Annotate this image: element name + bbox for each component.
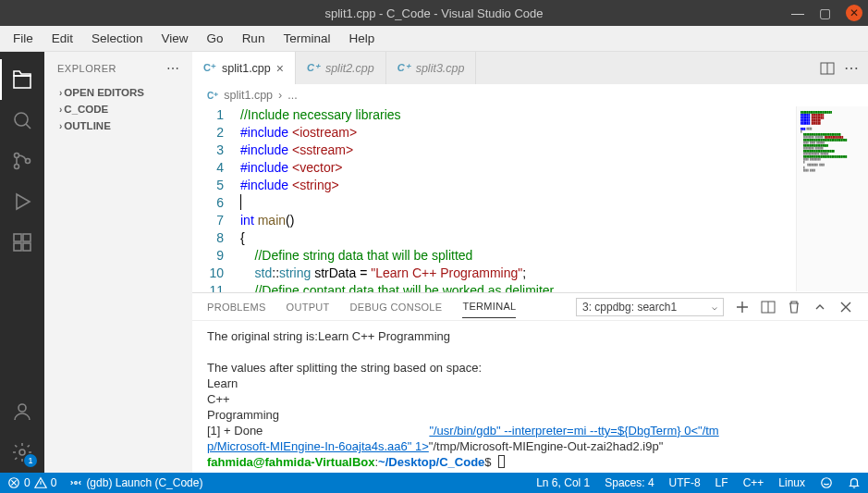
tab-output[interactable]: OUTPUT — [287, 296, 330, 318]
cpp-file-icon: C⁺ — [307, 62, 320, 74]
tab-actions: ⋯ — [811, 52, 868, 84]
statusbar: 0 0 (gdb) Launch (C_Code) Ln 6, Col 1 Sp… — [0, 473, 868, 493]
terminal-output[interactable]: The original string is:Learn C++ Program… — [192, 321, 868, 473]
tab-terminal[interactable]: TERMINAL — [462, 295, 516, 318]
svg-point-3 — [15, 165, 19, 169]
tab-debug-console[interactable]: DEBUG CONSOLE — [350, 296, 443, 318]
extensions-icon[interactable] — [0, 222, 44, 263]
menu-selection[interactable]: Selection — [82, 28, 153, 49]
activity-bar: 1 — [0, 52, 44, 473]
close-panel-icon[interactable] — [838, 300, 853, 314]
tab-problems[interactable]: PROBLEMS — [207, 296, 266, 318]
window-title: split1.cpp - C_Code - Visual Studio Code — [324, 6, 543, 20]
status-lncol[interactable]: Ln 6, Col 1 — [536, 476, 590, 489]
status-encoding[interactable]: UTF-8 — [669, 476, 701, 489]
close-button[interactable]: ✕ — [846, 5, 862, 21]
bottom-panel: PROBLEMS OUTPUT DEBUG CONSOLE TERMINAL 3… — [192, 292, 868, 473]
status-eol[interactable]: LF — [715, 476, 728, 489]
explorer-header: EXPLORER ⋯ — [44, 52, 192, 84]
chevron-down-icon: ⌵ — [712, 302, 717, 312]
minimize-button[interactable]: — — [791, 6, 804, 20]
svg-point-14 — [75, 482, 78, 485]
svg-rect-6 — [23, 234, 31, 241]
new-terminal-icon[interactable] — [735, 300, 750, 314]
settings-gear-icon[interactable]: 1 — [0, 432, 44, 473]
svg-point-15 — [822, 478, 832, 488]
split-editor-icon[interactable] — [820, 61, 835, 76]
editor-tab[interactable]: C⁺split3.cpp — [386, 52, 477, 84]
search-icon[interactable] — [0, 100, 44, 141]
section-open-editors[interactable]: › OPEN EDITORS — [44, 84, 192, 101]
svg-rect-5 — [14, 234, 21, 241]
status-feedback-icon[interactable] — [820, 476, 833, 489]
file-icon: C⁺ — [207, 91, 218, 101]
status-errors[interactable]: 0 0 — [7, 476, 56, 489]
status-launch[interactable]: (gdb) Launch (C_Code) — [69, 476, 202, 489]
status-lang[interactable]: C++ — [743, 476, 764, 489]
status-spaces[interactable]: Spaces: 4 — [605, 476, 654, 489]
svg-rect-0 — [14, 76, 31, 88]
code-editor[interactable]: 1234567891011 //Include necessary librar… — [192, 106, 868, 292]
maximize-panel-icon[interactable] — [813, 300, 827, 314]
menu-terminal[interactable]: Terminal — [274, 28, 339, 49]
breadcrumb[interactable]: C⁺ split1.cpp › ... — [192, 84, 868, 106]
explorer-sidebar: EXPLORER ⋯ › OPEN EDITORS › C_CODE › OUT… — [44, 52, 192, 473]
svg-point-9 — [18, 404, 26, 412]
menu-run[interactable]: Run — [233, 28, 275, 49]
section-outline[interactable]: › OUTLINE — [44, 117, 192, 134]
kill-terminal-icon[interactable] — [787, 300, 801, 314]
svg-point-2 — [15, 154, 19, 158]
account-icon[interactable] — [0, 391, 44, 432]
editor-more-icon[interactable]: ⋯ — [844, 59, 859, 77]
split-terminal-icon[interactable] — [761, 300, 776, 314]
menu-help[interactable]: Help — [339, 28, 384, 49]
tab-bar: C⁺split1.cpp×C⁺split2.cppC⁺split3.cpp ⋯ — [192, 52, 868, 84]
svg-point-10 — [19, 450, 25, 455]
panel-tabs: PROBLEMS OUTPUT DEBUG CONSOLE TERMINAL 3… — [192, 293, 868, 321]
breadcrumb-rest: ... — [287, 89, 297, 102]
terminal-selector[interactable]: 3: cppdbg: search1⌵ — [576, 298, 724, 316]
svg-rect-8 — [23, 243, 31, 251]
source-control-icon[interactable] — [0, 141, 44, 181]
menu-edit[interactable]: Edit — [43, 28, 82, 49]
menu-go[interactable]: Go — [198, 28, 233, 49]
close-tab-icon[interactable]: × — [276, 61, 284, 76]
svg-rect-7 — [14, 243, 21, 251]
titlebar: split1.cpp - C_Code - Visual Studio Code… — [0, 0, 868, 26]
tab-label: split2.cpp — [325, 62, 374, 75]
maximize-button[interactable]: ▢ — [819, 6, 831, 20]
cpp-file-icon: C⁺ — [203, 62, 216, 74]
section-workspace[interactable]: › C_CODE — [44, 101, 192, 117]
menu-view[interactable]: View — [153, 28, 198, 49]
editor-tab[interactable]: C⁺split1.cpp× — [192, 52, 296, 84]
menubar: FileEditSelectionViewGoRunTerminalHelp — [0, 26, 868, 52]
cpp-file-icon: C⁺ — [397, 62, 410, 74]
explorer-icon[interactable] — [0, 59, 44, 100]
minimap[interactable]: ████████████████████ ██████ ████████ ███… — [796, 106, 868, 291]
editor-tab[interactable]: C⁺split2.cpp — [296, 52, 386, 84]
tab-label: split1.cpp — [222, 62, 271, 75]
window-controls: — ▢ ✕ — [791, 5, 862, 21]
line-gutter: 1234567891011 — [192, 106, 240, 292]
breadcrumb-file: split1.cpp — [224, 89, 273, 102]
editor-area: C⁺split1.cpp×C⁺split2.cppC⁺split3.cpp ⋯ … — [192, 52, 868, 473]
chevron-right-icon: › — [278, 89, 282, 102]
run-debug-icon[interactable] — [0, 181, 44, 222]
explorer-title: EXPLORER — [57, 63, 116, 74]
menu-file[interactable]: File — [4, 28, 43, 49]
status-os[interactable]: Linux — [778, 476, 805, 489]
status-bell-icon[interactable] — [848, 476, 861, 489]
code-content[interactable]: //Include necessary libraries#include <i… — [240, 106, 868, 292]
settings-badge: 1 — [24, 454, 37, 467]
svg-point-1 — [15, 113, 28, 126]
tab-label: split3.cpp — [416, 62, 465, 75]
more-icon[interactable]: ⋯ — [166, 61, 180, 76]
